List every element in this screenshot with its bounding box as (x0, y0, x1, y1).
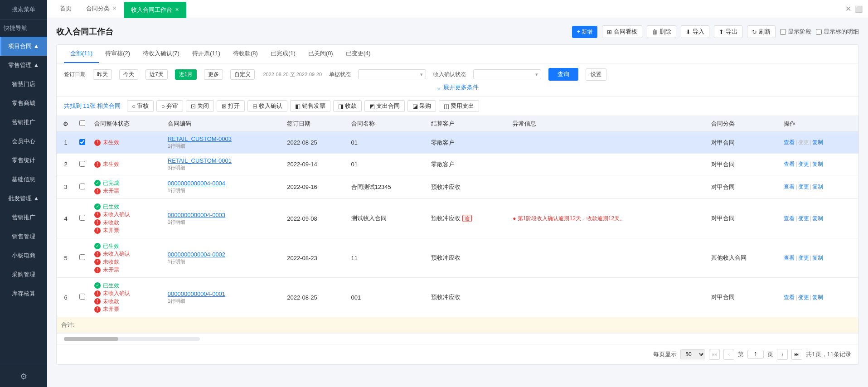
query-button[interactable]: 查询 (548, 68, 578, 81)
op-变更[interactable]: 变更 (798, 161, 809, 167)
export-button[interactable]: ⬆ 导出 (714, 25, 742, 38)
window-close-icon[interactable]: ✕ (845, 5, 851, 13)
contract-code-link[interactable]: 0000000000004-0001 (168, 290, 225, 297)
op-复制[interactable]: 复制 (812, 215, 823, 222)
op-变更[interactable]: 变更 (798, 184, 809, 190)
date-btn-yesterday[interactable]: 昨天 (93, 69, 112, 80)
date-btn-custom[interactable]: 自定义 (230, 69, 255, 80)
date-btn-more[interactable]: 更多 (204, 69, 223, 80)
row-checkbox[interactable] (79, 294, 85, 300)
op-复制[interactable]: 复制 (812, 255, 823, 261)
doc-status-select[interactable] (358, 69, 426, 79)
filter-tab-pending-review[interactable]: 待审核(2) (99, 45, 136, 63)
sidebar-item-retail-mgmt[interactable]: 零售管理 ▲ (0, 56, 47, 75)
sidebar-search[interactable]: 搜索菜单 (0, 0, 47, 19)
filter-tab-changed[interactable]: 已变更(4) (339, 45, 377, 63)
op-变更[interactable]: 变更 (798, 215, 809, 222)
sidebar-item-base-info[interactable]: 基础信息 (0, 170, 47, 189)
show-detail-check[interactable]: 显示标的明细 (816, 28, 859, 36)
contract-code-link[interactable]: 0000000000004-0004 (168, 180, 225, 187)
purchase-button[interactable]: ◪ 采购 (407, 100, 436, 112)
sales-invoice-button[interactable]: ◧ 销售发票 (290, 100, 330, 112)
op-变更[interactable]: 变更 (798, 139, 809, 145)
sidebar-item-wholesale[interactable]: 批发管理 ▲ (0, 189, 47, 208)
revenue-status-select[interactable] (473, 69, 541, 79)
sidebar-item-ecommerce[interactable]: 小畅电商 (0, 246, 47, 265)
page-next-btn[interactable]: › (777, 349, 788, 360)
window-restore-icon[interactable]: ⬜ (855, 5, 863, 13)
sidebar-item-member[interactable]: 会员中心 (0, 132, 47, 151)
expense-out-button[interactable]: ◫ 费用支出 (439, 100, 479, 112)
delete-button[interactable]: 🗑 删除 (647, 25, 676, 38)
payment-button[interactable]: ◨ 收款 (333, 100, 362, 112)
tab-income-contract[interactable]: 收入合同工作台 ✕ (124, 2, 186, 18)
filter-tab-completed[interactable]: 已完成(1) (264, 45, 302, 63)
tab-contract-category[interactable]: 合同分类 ✕ (79, 0, 124, 18)
page-first-btn[interactable]: ⏮ (709, 349, 720, 360)
audit-button[interactable]: ○ 审核 (127, 100, 154, 112)
scrollbar-track[interactable] (64, 337, 200, 341)
sidebar-item-project-contract[interactable]: 项目合同 ▲ (0, 37, 47, 56)
sidebar-item-marketing2[interactable]: 营销推广 (0, 208, 47, 227)
op-查看[interactable]: 查看 (784, 255, 795, 261)
row-checkbox[interactable] (79, 139, 85, 145)
settings-button[interactable]: 设置 (586, 68, 606, 81)
filter-tab-closed[interactable]: 已关闭(0) (302, 45, 339, 63)
sidebar-item-purchase[interactable]: 采购管理 (0, 265, 47, 284)
row-checkbox[interactable] (79, 215, 85, 221)
tab-home[interactable]: 首页 (53, 0, 79, 18)
panel-button[interactable]: ⊞ 合同看板 (602, 25, 642, 38)
sidebar-settings[interactable]: ⚙ (0, 366, 47, 387)
open-button[interactable]: ⊠ 打开 (217, 100, 245, 112)
expense-contract-button[interactable]: ◩ 支出合同 (364, 100, 405, 112)
op-查看[interactable]: 查看 (784, 294, 795, 300)
row-checkbox[interactable] (79, 161, 85, 167)
op-变更[interactable]: 变更 (798, 294, 809, 300)
close-contract-button[interactable]: ⊡ 关闭 (186, 100, 214, 112)
op-查看[interactable]: 查看 (784, 215, 795, 222)
page-prev-btn[interactable]: ‹ (723, 349, 734, 360)
op-查看[interactable]: 查看 (784, 161, 795, 167)
import-button[interactable]: ⬇ 导入 (681, 25, 709, 38)
scrollbar-thumb[interactable] (64, 337, 118, 341)
row-checkbox[interactable] (79, 184, 85, 189)
abandon-audit-button[interactable]: ○ 弃审 (156, 100, 183, 112)
filter-tab-pending-payment[interactable]: 待收款(8) (227, 45, 264, 63)
contract-code-link[interactable]: 0000000000004-0002 (168, 251, 225, 258)
op-查看[interactable]: 查看 (784, 184, 795, 190)
tab-close-contract-category[interactable]: ✕ (112, 5, 116, 11)
op-复制[interactable]: 复制 (812, 184, 823, 190)
filter-tab-all[interactable]: 全部(11) (64, 45, 99, 63)
show-stage-check[interactable]: 显示阶段 (780, 28, 811, 36)
filter-tab-pending-confirm[interactable]: 待收入确认(7) (136, 45, 186, 63)
contract-code-link[interactable]: RETAIL_CUSTOM-0003 (168, 135, 232, 142)
sidebar-item-smart-store[interactable]: 智慧门店 (0, 75, 47, 94)
sidebar-nav[interactable]: 快捷导航 (0, 19, 47, 37)
new-button[interactable]: + 新增 (572, 26, 597, 38)
page-last-btn[interactable]: ⏭ (791, 349, 802, 360)
sidebar-item-retail-mall[interactable]: 零售商城 (0, 94, 47, 113)
page-size-select[interactable]: 50 100 200 (680, 349, 705, 359)
tab-close-income-contract[interactable]: ✕ (175, 7, 179, 13)
sidebar-item-marketing[interactable]: 营销推广 (0, 113, 47, 132)
expand-more-btn[interactable]: ⌄ 展开更多条件 (64, 83, 851, 92)
sidebar-item-inventory[interactable]: 库存核算 (0, 284, 47, 303)
page-input[interactable] (747, 350, 764, 359)
income-confirm-button[interactable]: ⊞ 收入确认 (247, 100, 287, 112)
filter-tab-pending-invoice[interactable]: 待开票(11) (186, 45, 227, 63)
date-btn-today[interactable]: 今天 (119, 69, 138, 80)
op-复制[interactable]: 复制 (812, 294, 823, 300)
sidebar-item-sales[interactable]: 销售管理 (0, 227, 47, 246)
row-checkbox[interactable] (79, 254, 85, 260)
op-复制[interactable]: 复制 (812, 161, 823, 167)
sidebar-item-retail-stats[interactable]: 零售统计 (0, 151, 47, 170)
contract-code-link[interactable]: 0000000000004-0003 (168, 212, 225, 218)
date-btn-7days[interactable]: 近7天 (145, 69, 168, 80)
op-变更[interactable]: 变更 (798, 255, 809, 261)
contract-code-link[interactable]: RETAIL_CUSTOM-0001 (168, 157, 232, 164)
op-查看[interactable]: 查看 (784, 139, 795, 145)
select-all-checkbox[interactable] (79, 120, 85, 126)
op-复制[interactable]: 复制 (812, 139, 823, 145)
refresh-button[interactable]: ↻ 刷新 (747, 25, 776, 38)
date-btn-1month[interactable]: 近1月 (175, 69, 197, 80)
